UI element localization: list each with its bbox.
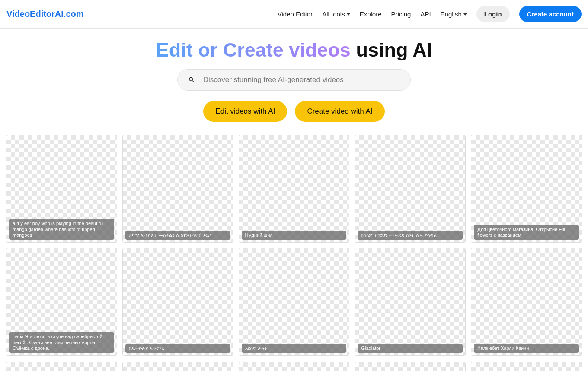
logo[interactable]: VideoEditorAI.com [6,9,84,19]
edit-videos-button[interactable]: Edit videos with AI [203,101,287,122]
nav-pricing[interactable]: Pricing [391,10,411,18]
video-card[interactable]: a 4 y ear boy who is playing in the beau… [6,135,117,243]
video-card[interactable]: አርበኛ ታላቅ [239,248,350,356]
chevron-down-icon [463,13,467,16]
video-card[interactable] [355,362,466,371]
create-video-button[interactable]: Create video with AI [295,101,384,122]
video-card[interactable]: በሰላም አገርህን መውደድ ስንት ሰዉ ያሳጣል [355,135,466,243]
video-card[interactable]: Нүдний шил [239,135,350,243]
nav-all-tools-label: All tools [322,10,345,18]
video-caption: Gladiator [358,344,463,353]
video-caption: በሰላም አገርህን መውደድ ስንት ሰዉ ያሳጣል [358,231,463,240]
video-grid-row3 [0,362,588,371]
video-caption: Для цветочного магазина. Открытие Elli f… [474,225,579,240]
video-card[interactable]: በኢትዮጵያ ኢኮኖሚ [122,248,233,356]
header: VideoEditorAI.com Video Editor All tools… [0,0,588,29]
video-caption: ደካማ ኢትዮጵያ መስቀልን ሲጎበኙ አሳዛኝ ሁኔታ [125,231,230,240]
nav-language[interactable]: English [441,10,467,18]
nav-video-editor[interactable]: Video Editor [278,10,313,18]
video-caption: Баба Яга летит в ступе над серебристой р… [9,332,114,353]
cta-row: Edit videos with AI Create video with AI [0,101,588,122]
video-card[interactable]: Халк ебет Харли Квинн [471,248,582,356]
hero-title-gradient: Edit or Create videos [156,39,351,61]
video-caption: አርበኛ ታላቅ [242,344,347,353]
chevron-down-icon [347,13,350,16]
nav-explore[interactable]: Explore [360,10,382,18]
nav-api[interactable]: API [420,10,431,18]
nav: Video Editor All tools Explore Pricing A… [278,6,582,22]
search-icon [188,76,195,84]
video-card[interactable]: Баба Яга летит в ступе над серебристой р… [6,248,117,356]
video-card[interactable]: Gladiator [355,248,466,356]
login-button[interactable]: Login [476,6,510,22]
video-card[interactable] [471,362,582,371]
hero-title: Edit or Create videos using AI [0,39,588,61]
create-account-button[interactable]: Create account [519,6,582,22]
video-caption: በኢትዮጵያ ኢኮኖሚ [125,344,230,353]
nav-language-label: English [441,10,462,18]
hero-title-plain: using AI [351,39,432,61]
video-grid: a 4 y ear boy who is playing in the beau… [0,135,588,362]
video-card[interactable]: Для цветочного магазина. Открытие Elli f… [471,135,582,243]
nav-all-tools[interactable]: All tools [322,10,350,18]
video-card[interactable] [6,362,117,371]
video-caption: Халк ебет Харли Квинн [474,344,579,353]
video-card[interactable]: ደካማ ኢትዮጵያ መስቀልን ሲጎበኙ አሳዛኝ ሁኔታ [122,135,233,243]
search-input[interactable] [203,76,400,84]
video-card[interactable] [239,362,350,371]
hero: Edit or Create videos using AI Edit vide… [0,29,588,135]
video-card[interactable] [122,362,233,371]
video-caption: a 4 y ear boy who is playing in the beau… [9,219,114,240]
video-caption: Нүдний шил [242,231,347,240]
search-bar[interactable] [177,69,411,91]
